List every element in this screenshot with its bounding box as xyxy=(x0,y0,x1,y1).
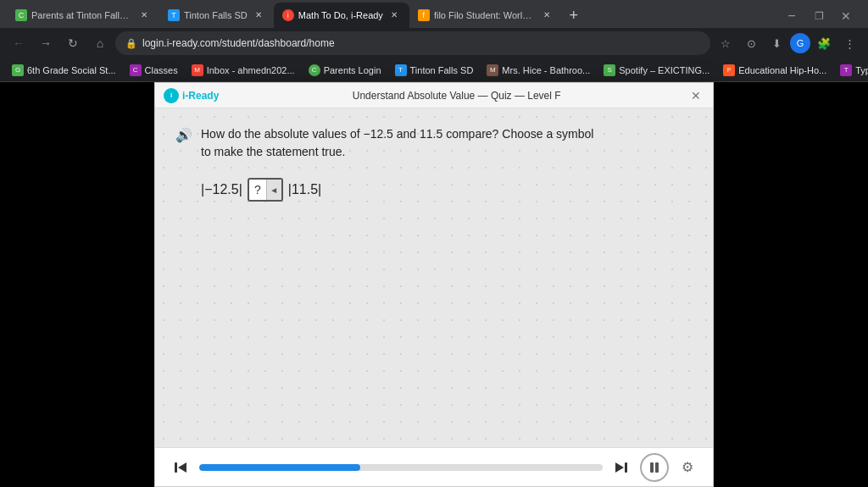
tab-1[interactable]: C Parents at Tinton Falls School D... ✕ xyxy=(7,3,159,28)
bookmark-1[interactable]: G 6th Grade Social St... xyxy=(7,63,121,78)
progress-bar-container[interactable] xyxy=(199,464,603,471)
bookmark-star-button[interactable]: ☆ xyxy=(714,31,737,55)
tab-3-label: Math To Do, i-Ready xyxy=(298,10,383,20)
tab-3-close[interactable]: ✕ xyxy=(387,8,401,22)
tab-4-favicon: f xyxy=(418,9,430,21)
bookmark-5-icon: T xyxy=(395,64,407,76)
bookmark-2[interactable]: C Classes xyxy=(125,63,183,78)
tab-2[interactable]: T Tinton Falls SD ✕ xyxy=(159,3,274,28)
svg-rect-4 xyxy=(650,462,654,473)
right-expression: |11.5| xyxy=(288,182,321,197)
bookmark-7[interactable]: S Spotify – EXICTING... xyxy=(598,63,715,78)
bookmark-2-icon: C xyxy=(130,64,142,76)
bookmark-8-label: Educational Hip-Ho... xyxy=(738,65,826,75)
browser-frame: C Parents at Tinton Falls School D... ✕ … xyxy=(0,0,868,487)
bookmark-4-icon: C xyxy=(309,64,320,76)
tab-1-favicon: C xyxy=(15,9,27,21)
question-line2: to make the statement true. xyxy=(201,145,345,158)
tab-1-label: Parents at Tinton Falls School D... xyxy=(31,10,133,20)
tab-4[interactable]: f filo Filo Student: World's Only Live l… xyxy=(409,3,562,28)
bookmark-2-label: Classes xyxy=(145,65,178,75)
tab-2-close[interactable]: ✕ xyxy=(252,8,265,22)
iready-window-title: Understand Absolute Value — Quiz — Level… xyxy=(225,90,687,102)
iready-logo-text: i-Ready xyxy=(182,90,219,102)
tab-bar: C Parents at Tinton Falls School D... ✕ … xyxy=(0,0,868,28)
maximize-button[interactable]: ❐ xyxy=(807,4,831,28)
tab-2-favicon: T xyxy=(168,9,180,21)
quiz-content: 🔊 How do the absolute values of −12.5 an… xyxy=(155,108,713,447)
back-button[interactable]: ← xyxy=(7,31,31,55)
bookmark-3-icon: M xyxy=(192,64,203,76)
comparison-arrow[interactable]: ◄ xyxy=(266,180,281,200)
bookmark-6[interactable]: M Mrs. Hice - Bathroo... xyxy=(481,63,595,78)
bookmark-7-label: Spotify – EXICTING... xyxy=(619,65,709,75)
address-url: login.i-ready.com/student/dashboard/home xyxy=(142,37,700,49)
svg-marker-3 xyxy=(615,462,624,473)
speaker-icon[interactable]: 🔊 xyxy=(175,127,192,144)
bookmark-9-label: Typing Lessons | U... xyxy=(855,65,868,75)
iready-logo-icon: i xyxy=(164,88,179,103)
bookmark-8[interactable]: F Educational Hip-Ho... xyxy=(718,63,832,78)
question-text: How do the absolute values of −12.5 and … xyxy=(201,125,593,161)
address-bar[interactable]: 🔒 login.i-ready.com/student/dashboard/ho… xyxy=(115,31,710,55)
skip-back-button[interactable] xyxy=(169,456,192,479)
tab-4-label: filo Filo Student: World's Only Live li.… xyxy=(434,10,536,20)
bookmark-4[interactable]: C Parents Login xyxy=(303,63,387,78)
iready-logo: i i-Ready xyxy=(164,88,219,103)
history-button[interactable]: ⊙ xyxy=(739,31,763,55)
window-close-button[interactable]: ✕ xyxy=(834,4,858,28)
svg-rect-0 xyxy=(175,462,177,473)
tab-1-close[interactable]: ✕ xyxy=(137,8,151,22)
bookmark-5-label: Tinton Falls SD xyxy=(410,65,474,75)
page-content: i i-Ready Understand Absolute Value — Qu… xyxy=(0,82,868,487)
svg-rect-2 xyxy=(625,462,627,473)
tab-4-close[interactable]: ✕ xyxy=(540,8,554,22)
pause-button[interactable] xyxy=(640,453,669,482)
bookmark-3[interactable]: M Inbox - ahmedn202... xyxy=(186,63,300,78)
tab-3-favicon: i xyxy=(282,9,294,21)
bookmark-9[interactable]: T Typing Lessons | U... xyxy=(835,63,868,78)
forward-button[interactable]: → xyxy=(34,31,58,55)
refresh-button[interactable]: ↻ xyxy=(61,31,85,55)
profile-button[interactable]: G xyxy=(790,33,810,53)
tab-3[interactable]: i Math To Do, i-Ready ✕ xyxy=(274,3,409,28)
bookmarks-bar: G 6th Grade Social St... C Classes M Inb… xyxy=(0,59,868,83)
bookmark-6-label: Mrs. Hice - Bathroo... xyxy=(502,65,590,75)
skip-forward-button[interactable] xyxy=(609,456,633,479)
iready-close-button[interactable]: ✕ xyxy=(687,87,704,104)
nav-right-buttons: ☆ ⊙ ⬇ G 🧩 ⋮ xyxy=(714,31,861,55)
svg-marker-1 xyxy=(178,462,186,473)
comparison-dropdown[interactable]: ? ◄ xyxy=(248,178,283,202)
answer-row: |−12.5| ? ◄ |11.5| xyxy=(201,178,693,202)
question-line1: How do the absolute values of −12.5 and … xyxy=(201,127,593,141)
lock-icon: 🔒 xyxy=(125,38,137,49)
home-button[interactable]: ⌂ xyxy=(88,31,112,55)
nav-bar: ← → ↻ ⌂ 🔒 login.i-ready.com/student/dash… xyxy=(0,28,868,59)
minimize-button[interactable]: − xyxy=(780,4,804,28)
svg-rect-5 xyxy=(655,462,659,473)
bookmark-3-label: Inbox - ahmedn202... xyxy=(207,65,295,75)
bookmark-6-icon: M xyxy=(487,64,498,76)
bookmark-7-icon: S xyxy=(604,64,615,76)
comparison-value: ? xyxy=(249,183,266,196)
bottom-controls: ⚙ xyxy=(155,447,713,486)
dropdown-arrow-icon: ◄ xyxy=(270,185,278,195)
iready-titlebar: i i-Ready Understand Absolute Value — Qu… xyxy=(155,83,713,108)
bookmark-1-icon: G xyxy=(12,64,24,76)
progress-bar-fill xyxy=(199,464,360,471)
iready-window: i i-Ready Understand Absolute Value — Qu… xyxy=(154,82,714,487)
extensions-button[interactable]: 🧩 xyxy=(812,31,836,55)
more-menu-button[interactable]: ⋮ xyxy=(837,31,861,55)
download-button[interactable]: ⬇ xyxy=(765,31,788,55)
bookmark-5[interactable]: T Tinton Falls SD xyxy=(390,63,479,78)
question-row: 🔊 How do the absolute values of −12.5 an… xyxy=(175,125,693,161)
new-tab-button[interactable]: + xyxy=(562,4,586,28)
bookmark-8-icon: F xyxy=(723,64,735,76)
tab-2-label: Tinton Falls SD xyxy=(184,10,248,20)
settings-button[interactable]: ⚙ xyxy=(676,456,699,479)
bookmark-9-icon: T xyxy=(840,64,852,76)
left-expression: |−12.5| xyxy=(201,182,242,197)
bookmark-1-label: 6th Grade Social St... xyxy=(27,65,116,75)
bookmark-4-label: Parents Login xyxy=(324,65,381,75)
